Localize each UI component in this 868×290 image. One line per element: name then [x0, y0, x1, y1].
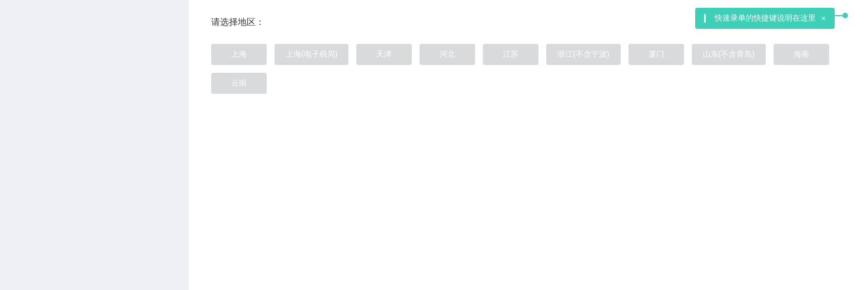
- region-btn-hainan[interactable]: 海南: [774, 44, 829, 65]
- region-btn-shandong[interactable]: 山东(不含青岛): [692, 44, 766, 65]
- region-btn-tianjin[interactable]: 天津: [356, 44, 412, 65]
- tooltip-close-button[interactable]: ×: [821, 14, 826, 23]
- region-btn-yunnan[interactable]: 云南: [211, 73, 267, 94]
- region-button-group: 上海上海(电子税局)天津河北江苏浙江(不含宁波)厦门山东(不含青岛)海南云南: [211, 44, 846, 94]
- tooltip-text: 快速录单的快捷键说明在这里: [715, 13, 816, 23]
- tooltip-connector-dot: [842, 13, 848, 18]
- sidebar: [0, 0, 189, 290]
- tooltip-bar: [704, 14, 706, 23]
- region-btn-shanghai-etax[interactable]: 上海(电子税局): [275, 44, 348, 65]
- region-btn-hebei[interactable]: 河北: [420, 44, 475, 65]
- tooltip-banner: 快速录单的快捷键说明在这里 ×: [695, 8, 835, 29]
- region-btn-zhejiang[interactable]: 浙江(不含宁波): [546, 44, 620, 65]
- tooltip-connector-line: [835, 15, 842, 16]
- main-content: 请选择地区： 上海上海(电子税局)天津河北江苏浙江(不含宁波)厦门山东(不含青岛…: [189, 0, 868, 290]
- region-btn-shanghai[interactable]: 上海: [211, 44, 267, 65]
- region-btn-jiangsu[interactable]: 江苏: [483, 44, 538, 65]
- region-btn-xiamen[interactable]: 厦门: [628, 44, 684, 65]
